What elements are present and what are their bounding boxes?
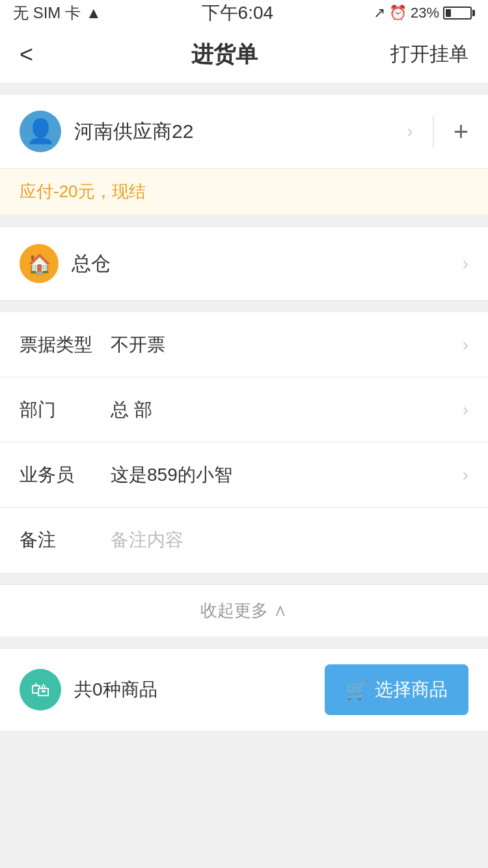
page-title: 进货单 (191, 40, 258, 70)
location-icon: ↗ (373, 5, 385, 21)
department-value: 总 部 (111, 398, 463, 422)
ticket-type-value: 不开票 (111, 332, 463, 357)
form-row-department[interactable]: 部门 总 部 › (0, 377, 488, 442)
supplier-chevron-icon: › (407, 121, 413, 142)
ticket-type-chevron-icon: › (463, 334, 468, 355)
back-button[interactable]: < (20, 41, 59, 68)
nav-bar: < 进货单 打开挂单 (0, 26, 488, 83)
add-button[interactable]: + (454, 117, 468, 146)
supplier-avatar: 👤 (20, 111, 61, 152)
department-chevron-icon: › (463, 400, 468, 420)
open-pending-button[interactable]: 打开挂单 (390, 41, 468, 68)
carrier-label: 无 SIM 卡 (13, 3, 81, 23)
product-icon-wrap: 🛍 (20, 669, 61, 711)
collapse-label: 收起更多 ∧ (200, 599, 287, 622)
status-right: ↗ ⏰ 23% (373, 5, 475, 21)
warehouse-chevron-icon: › (463, 253, 468, 274)
supplier-divider (433, 115, 434, 148)
home-icon: 🏠 (27, 252, 51, 275)
select-product-label: 选择商品 (375, 677, 448, 702)
section-gap-1 (0, 83, 488, 95)
bottom-bar: 🛍 共0种商品 🛒 选择商品 (0, 648, 488, 731)
product-count: 共0种商品 (74, 677, 325, 702)
wifi-icon: ▲ (86, 4, 102, 22)
person-icon: 👤 (26, 118, 55, 145)
supplier-row[interactable]: 👤 河南供应商22 › + (0, 95, 488, 169)
status-bar: 无 SIM 卡 ▲ 下午6:04 ↗ ⏰ 23% (0, 0, 488, 26)
select-product-icon: 🛒 (346, 679, 368, 701)
collapse-bar[interactable]: 收起更多 ∧ (0, 584, 488, 636)
form-row-remark[interactable]: 备注 备注内容 (0, 508, 488, 573)
salesperson-value: 这是859的小智 (111, 463, 463, 487)
battery-percent: 23% (411, 5, 439, 21)
section-gap-2 (0, 215, 488, 226)
form-row-ticket-type[interactable]: 票据类型 不开票 › (0, 312, 488, 377)
warehouse-row[interactable]: 🏠 总仓 › (0, 226, 488, 301)
notice-text: 应付-20元，现结 (20, 182, 146, 201)
ticket-type-label: 票据类型 (20, 332, 98, 357)
form-section: 票据类型 不开票 › 部门 总 部 › 业务员 这是859的小智 › 备注 备注… (0, 312, 488, 573)
battery-icon (443, 7, 475, 20)
shopping-bag-icon: 🛍 (31, 679, 50, 701)
salesperson-label: 业务员 (20, 463, 98, 487)
warehouse-name: 总仓 (72, 251, 463, 277)
form-row-salesperson[interactable]: 业务员 这是859的小智 › (0, 442, 488, 508)
department-label: 部门 (20, 398, 98, 422)
salesperson-chevron-icon: › (463, 465, 468, 485)
select-product-button[interactable]: 🛒 选择商品 (325, 664, 468, 715)
notice-bar: 应付-20元，现结 (0, 169, 488, 215)
status-time: 下午6:04 (202, 1, 274, 25)
status-left: 无 SIM 卡 ▲ (13, 3, 102, 23)
supplier-name: 河南供应商22 (74, 118, 407, 145)
remark-input[interactable]: 备注内容 (111, 528, 468, 552)
alarm-icon: ⏰ (389, 5, 407, 21)
warehouse-icon-wrap: 🏠 (20, 244, 59, 283)
remark-label: 备注 (20, 528, 98, 552)
